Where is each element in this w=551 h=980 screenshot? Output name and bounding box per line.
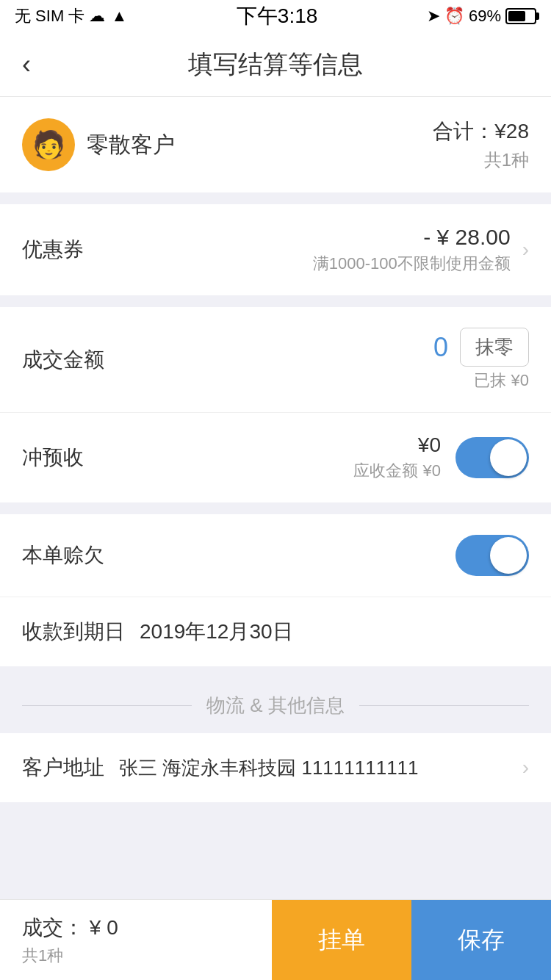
address-label: 客户地址 [22,754,104,782]
bottom-deal-label: 成交： [22,916,84,939]
address-row[interactable]: 客户地址 张三 海淀永丰科技园 11111111111 › [0,733,551,802]
wifi-icon: ▲ [111,7,127,26]
deal-amount-right: 0 抹零 已抹 ¥0 [433,328,529,392]
page-title: 填写结算等信息 [188,48,363,82]
bottom-bar: 成交： ¥ 0 共1种 挂单 保存 [0,899,551,980]
due-date-value: 2019年12月30日 [140,618,293,646]
advance-row: 冲预收 ¥0 应收金额 ¥0 [0,413,551,502]
coupon-label: 优惠券 [22,236,84,264]
advance-receivable: 应收金额 ¥0 [353,460,441,482]
total-count: 共1种 [433,148,529,172]
debt-row: 本单赊欠 [0,514,551,597]
location-icon: ➤ [427,7,440,26]
address-value: 张三 海淀永丰科技园 11111111111 [119,755,522,781]
debt-toggle[interactable] [455,535,529,576]
deal-sub-text: 已抹 ¥0 [433,370,529,392]
bottom-count: 共1种 [22,945,250,967]
address-chevron-icon: › [522,756,529,779]
customer-total: 合计：¥28 共1种 [433,118,529,172]
status-right: ➤ ⏰ 69% [427,7,536,26]
bottom-deal-value: ¥ 0 [90,916,118,939]
status-bar: 无 SIM 卡 ☁ ▲ 下午3:18 ➤ ⏰ 69% [0,0,551,32]
customer-name: 零散客户 [87,130,175,160]
coupon-discount: - ¥ 28.00 [313,225,511,250]
customer-info: 🧑 零散客户 [22,118,175,171]
avatar: 🧑 [22,118,75,171]
avatar-icon: 🧑 [32,129,65,160]
alarm-icon: ⏰ [444,7,464,26]
total-amount: 合计：¥28 [433,118,529,145]
advance-label: 冲预收 [22,444,84,472]
status-left: 无 SIM 卡 ☁ ▲ [15,5,127,27]
divider-line-left [22,705,192,706]
advance-amount: ¥0 [353,433,441,457]
coupon-right: - ¥ 28.00 满1000-100不限制使用金额 › [313,225,529,275]
debt-label: 本单赊欠 [22,541,104,569]
due-date-row: 收款到期日 2019年12月30日 [0,597,551,666]
logistics-divider: 物流 & 其他信息 [0,678,551,733]
due-date-label: 收款到期日 [22,618,125,646]
bottom-info: 成交： ¥ 0 共1种 [0,914,272,967]
advance-toggle[interactable] [455,437,529,478]
content-area: 🧑 零散客户 合计：¥28 共1种 优惠券 - ¥ 28.00 满1000-10… [0,97,551,898]
battery-icon [505,8,536,24]
debt-section: 本单赊欠 收款到期日 2019年12月30日 [0,514,551,666]
coupon-value-block: - ¥ 28.00 满1000-100不限制使用金额 [313,225,511,275]
advance-right: ¥0 应收金额 ¥0 [353,433,529,482]
divider-text: 物流 & 其他信息 [192,693,359,718]
coupon-section: 优惠券 - ¥ 28.00 满1000-100不限制使用金额 › [0,204,551,295]
coupon-row[interactable]: 优惠券 - ¥ 28.00 满1000-100不限制使用金额 › [0,204,551,295]
debt-toggle-knob [490,537,527,574]
battery-percent: 69% [469,7,501,26]
nav-bar: ‹ 填写结算等信息 [0,32,551,97]
deal-amount-value: 0 [433,332,448,363]
deal-amount-row: 成交金额 0 抹零 已抹 ¥0 [0,307,551,413]
bottom-deal-amount: 成交： ¥ 0 [22,914,250,942]
back-button[interactable]: ‹ [22,49,31,80]
chevron-right-icon: › [522,238,529,262]
round-zero-button[interactable]: 抹零 [460,328,529,367]
deal-right-row: 0 抹零 [433,328,529,367]
status-time: 下午3:18 [237,2,318,30]
deal-amount-label: 成交金额 [22,346,104,374]
advance-value-block: ¥0 应收金额 ¥0 [353,433,441,482]
customer-row: 🧑 零散客户 合计：¥28 共1种 [0,97,551,192]
payment-section: 成交金额 0 抹零 已抹 ¥0 冲预收 ¥0 应收金额 ¥0 [0,307,551,502]
no-sim-text: 无 SIM 卡 ☁ [15,5,105,27]
hold-order-button[interactable]: 挂单 [272,900,411,981]
divider-line-right [359,705,529,706]
save-button[interactable]: 保存 [411,900,551,981]
coupon-description: 满1000-100不限制使用金额 [313,253,511,275]
toggle-knob [490,439,527,476]
